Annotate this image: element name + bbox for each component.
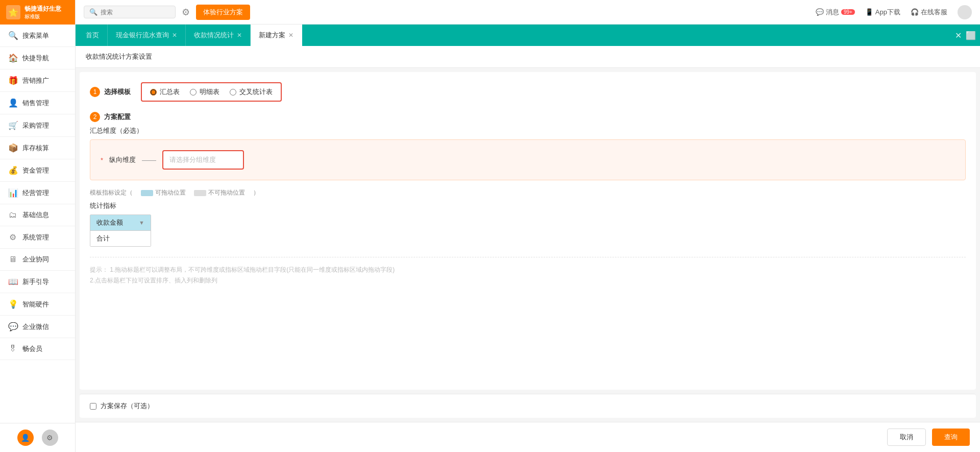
sidebar-item-smart-hw[interactable]: 💡 智能硬件 [0, 293, 75, 316]
dimension-area: * 纵向维度 —— 请选择分组维度 [90, 139, 966, 180]
metrics-legend: 模板指标设定（ 可拖动位置 不可拖动位置 ） [90, 188, 966, 197]
system-icon: ⚙ [8, 232, 17, 242]
sidebar-item-enterprise[interactable]: 🖥 企业协同 [0, 249, 75, 271]
dimension-section: 汇总维度（必选） * 纵向维度 —— 请选择分组维度 [90, 126, 966, 180]
sidebar-item-basic-info[interactable]: 🗂 基础信息 [0, 204, 75, 226]
tab-home[interactable]: 首页 [76, 25, 108, 46]
sidebar-item-wechat[interactable]: 💬 企业微信 [0, 316, 75, 338]
purchase-icon: 🛒 [8, 121, 17, 130]
tip1: 提示： 1.拖动标题栏可以调整布局，不可跨维度或指标区域拖动栏目字段(只能在同一… [90, 266, 966, 274]
app-download-item[interactable]: 📱 App下载 [865, 8, 900, 17]
draggable-color-box [141, 190, 153, 196]
template-detail-radio[interactable] [190, 89, 197, 96]
legend-draggable: 可拖动位置 [141, 188, 186, 197]
template-options: 汇总表 明细表 交叉统计表 [141, 82, 282, 102]
save-checkbox[interactable] [90, 403, 96, 410]
template-summary-radio[interactable] [150, 89, 157, 96]
tabbar: 首页 现金银行流水查询 ✕ 收款情况统计 ✕ 新建方案 ✕ ✕ ⬜ [76, 25, 980, 46]
basic-info-icon: 🗂 [8, 210, 17, 220]
template-crosstab-radio[interactable] [230, 89, 236, 96]
tab-bank-flow-close[interactable]: ✕ [172, 32, 177, 39]
message-icon: 💬 [816, 8, 824, 16]
sidebar-item-quick-nav[interactable]: 🏠 快捷导航 [0, 47, 75, 69]
service-icon: 🎧 [911, 8, 919, 16]
tab-new-plan[interactable]: 新建方案 ✕ [251, 25, 302, 46]
vertical-dim-label: 纵向维度 [109, 155, 136, 164]
sidebar-item-sales[interactable]: 👤 销售管理 [0, 92, 75, 114]
sidebar-item-marketing[interactable]: 🎁 营销推广 [0, 69, 75, 92]
marketing-icon: 🎁 [8, 76, 17, 85]
template-detail[interactable]: 明细表 [190, 87, 219, 97]
tab-maximize-btn[interactable]: ⬜ [966, 31, 976, 40]
tabbar-actions: ✕ ⬜ [955, 31, 980, 40]
metrics-table: 收款金额 ▼ 合计 [90, 215, 151, 247]
sidebar-logo: 🌟 畅捷通好生意 标准版 [0, 0, 75, 25]
template-summary[interactable]: 汇总表 [150, 87, 180, 97]
sidebar-settings-icon[interactable]: ⚙ [42, 430, 58, 446]
metrics-table-total: 合计 [90, 231, 151, 246]
sidebar-item-member[interactable]: 🎖 畅会员 [0, 338, 75, 360]
footer-bar: 取消 查询 [76, 422, 980, 452]
step1-row: 1 选择模板 汇总表 明细表 交叉统计表 [90, 82, 966, 102]
metrics-section: 模板指标设定（ 可拖动位置 不可拖动位置 ） 统计指标 [90, 188, 966, 247]
metrics-label: 统计指标 [90, 201, 966, 210]
sidebar-item-inventory[interactable]: 📦 库存核算 [0, 137, 75, 159]
tab-collection-stat-close[interactable]: ✕ [237, 32, 242, 39]
topbar-search-box[interactable]: 🔍 [84, 6, 176, 18]
step1-badge: 1 [90, 87, 100, 97]
query-button[interactable]: 查询 [932, 429, 970, 446]
tab-close-all-btn[interactable]: ✕ [955, 31, 962, 40]
cancel-button[interactable]: 取消 [887, 429, 926, 446]
vertical-label: * [101, 156, 103, 164]
metrics-title-end: ） [253, 188, 259, 197]
form-section: 1 选择模板 汇总表 明细表 交叉统计表 [80, 72, 976, 390]
metrics-table-header[interactable]: 收款金额 ▼ [90, 215, 151, 231]
operations-icon: 📊 [8, 188, 17, 198]
sidebar-item-capital[interactable]: 💰 资金管理 [0, 159, 75, 182]
topbar-search-input[interactable] [101, 9, 167, 16]
tab-collection-stat[interactable]: 收款情况统计 ✕ [186, 25, 251, 46]
page-title: 收款情况统计方案设置 [76, 46, 980, 68]
metrics-title-text: 模板指标设定（ [90, 188, 133, 197]
step2-row: 2 方案配置 [90, 112, 966, 122]
sidebar-item-newbie[interactable]: 📖 新手引导 [0, 271, 75, 293]
wechat-icon: 💬 [8, 322, 17, 331]
sidebar-item-purchase[interactable]: 🛒 采购管理 [0, 114, 75, 137]
main-area: 🔍 ⚙ 体验行业方案 💬 消息 99+ 📱 App下载 🎧 在线客服 首页 [76, 0, 980, 452]
step1-title: 选择模板 [104, 87, 131, 97]
member-icon: 🎖 [8, 344, 17, 353]
sales-icon: 👤 [8, 98, 17, 108]
sidebar-item-operations[interactable]: 📊 经营管理 [0, 182, 75, 204]
logo-text: 畅捷通好生意 标准版 [24, 5, 61, 20]
sidebar: 🌟 畅捷通好生意 标准版 🔍 搜索菜单 🏠 快捷导航 🎁 营销推广 👤 销售管理… [0, 0, 76, 452]
arrow-icon: —— [142, 156, 156, 164]
smart-hw-icon: 💡 [8, 299, 17, 309]
metrics-header-dropdown[interactable]: ▼ [139, 220, 144, 226]
sidebar-bottom: 👤 ⚙ [0, 423, 75, 452]
sidebar-user-icon[interactable]: 👤 [17, 430, 34, 446]
dimension-inner: * 纵向维度 —— 请选择分组维度 [101, 150, 244, 170]
inventory-icon: 📦 [8, 143, 17, 153]
step2-title: 方案配置 [104, 112, 131, 122]
dimension-select[interactable]: 请选择分组维度 [162, 150, 244, 170]
industry-btn[interactable]: 体验行业方案 [196, 5, 250, 20]
save-label[interactable]: 方案保存（可选） [101, 401, 154, 411]
fixed-color-box [194, 190, 206, 196]
message-item[interactable]: 💬 消息 99+ [816, 8, 855, 17]
legend-fixed: 不可拖动位置 [194, 188, 245, 197]
enterprise-icon: 🖥 [8, 255, 17, 264]
app-icon: 📱 [865, 8, 873, 16]
topbar-gear-icon[interactable]: ⚙ [182, 7, 190, 18]
tab-bank-flow[interactable]: 现金银行流水查询 ✕ [108, 25, 186, 46]
tips-section: 提示： 1.拖动标题栏可以调整布局，不可跨维度或指标区域拖动栏目字段(只能在同一… [90, 257, 966, 285]
sidebar-item-system[interactable]: ⚙ 系统管理 [0, 226, 75, 249]
tab-new-plan-close[interactable]: ✕ [288, 32, 293, 39]
template-crosstab[interactable]: 交叉统计表 [230, 87, 273, 97]
sidebar-item-search-menu[interactable]: 🔍 搜索菜单 [0, 25, 75, 47]
user-avatar[interactable] [958, 5, 972, 19]
service-item[interactable]: 🎧 在线客服 [911, 8, 947, 17]
topbar-search-icon: 🔍 [89, 8, 97, 16]
tip2: 2.点击标题栏下拉可设置排序、插入列和删除列 [90, 276, 966, 285]
sidebar-menu: 🔍 搜索菜单 🏠 快捷导航 🎁 营销推广 👤 销售管理 🛒 采购管理 📦 库存核… [0, 25, 75, 423]
step2-badge: 2 [90, 112, 100, 122]
